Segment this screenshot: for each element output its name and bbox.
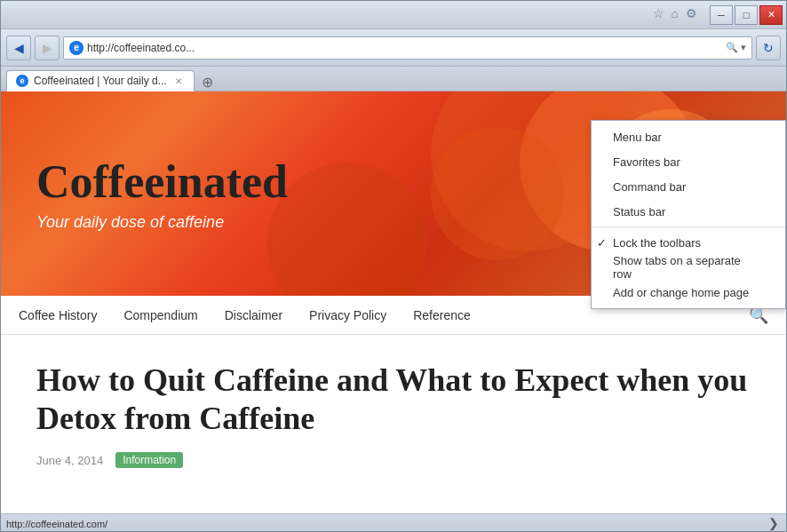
forward-button[interactable]: ▶ bbox=[35, 36, 60, 60]
tab-favicon: e bbox=[16, 75, 28, 87]
tab-close-button[interactable]: ✕ bbox=[172, 75, 185, 87]
menu-item-label: Show tabs on a separate row bbox=[613, 254, 759, 281]
maximize-button[interactable]: □ bbox=[735, 5, 758, 25]
address-search-icon[interactable]: 🔍 ▾ bbox=[726, 42, 746, 53]
browser-icons: ☆ ⌂ ⚙ bbox=[653, 6, 697, 20]
nav-item-reference[interactable]: Reference bbox=[413, 308, 471, 322]
active-tab[interactable]: e Coffeeinated | Your daily d... ✕ bbox=[6, 70, 195, 91]
nav-item-disclaimer[interactable]: Disclaimer bbox=[225, 308, 282, 322]
menu-item-label: Status bar bbox=[613, 205, 665, 218]
menu-item-menu-bar[interactable]: Menu bar bbox=[592, 124, 785, 149]
menu-item-label: Favorites bar bbox=[613, 155, 680, 169]
forward-icon: ▶ bbox=[43, 41, 52, 55]
minimize-button[interactable]: ─ bbox=[710, 5, 733, 25]
home-icon[interactable]: ⌂ bbox=[672, 6, 679, 20]
menu-item-show-tabs[interactable]: Show tabs on a separate row bbox=[592, 255, 785, 280]
window-controls: ─ □ ✕ bbox=[710, 5, 783, 25]
favorites-star-icon[interactable]: ☆ bbox=[653, 6, 664, 20]
menu-item-favorites-bar[interactable]: Favorites bar bbox=[592, 149, 785, 174]
status-bar: http://coffeeinated.com/ ❯ bbox=[1, 513, 786, 532]
context-menu: Menu bar Favorites bar Command bar Statu… bbox=[591, 120, 786, 309]
tab-label: Coffeeinated | Your daily d... bbox=[34, 75, 167, 87]
browser-ie-icon: e bbox=[69, 41, 83, 55]
title-bar: ☆ ⌂ ⚙ ─ □ ✕ bbox=[1, 1, 786, 29]
close-button[interactable]: ✕ bbox=[759, 5, 783, 25]
nav-item-privacy-policy[interactable]: Privacy Policy bbox=[309, 308, 386, 322]
scroll-down-icon[interactable]: ❯ bbox=[768, 513, 779, 532]
nav-item-coffee-history[interactable]: Coffee History bbox=[19, 308, 97, 322]
nav-item-compendium[interactable]: Compendium bbox=[123, 308, 197, 322]
menu-item-label: Lock the toolbars bbox=[613, 236, 701, 250]
menu-item-command-bar[interactable]: Command bar bbox=[592, 174, 785, 199]
article-title: How to Quit Caffeine and What to Expect … bbox=[36, 361, 751, 438]
article-category: Information bbox=[115, 452, 183, 468]
menu-item-label: Add or change home page bbox=[613, 286, 749, 299]
menu-item-add-home-page[interactable]: Add or change home page bbox=[592, 280, 785, 305]
menu-item-label: Menu bar bbox=[613, 131, 662, 144]
menu-item-lock-toolbars[interactable]: ✓ Lock the toolbars bbox=[592, 230, 785, 255]
article-meta: June 4, 2014 Information bbox=[36, 452, 751, 468]
article-body: How to Quit Caffeine and What to Expect … bbox=[1, 335, 786, 495]
new-tab-button[interactable]: ⊕ bbox=[198, 73, 218, 91]
menu-separator bbox=[592, 226, 785, 227]
menu-item-label: Command bar bbox=[613, 180, 686, 194]
navigation-bar: ◀ ▶ e http://coffeeinated.co... 🔍 ▾ ↻ bbox=[1, 29, 786, 67]
browser-content: Coffeeinated Your daily dose of caffeine… bbox=[1, 91, 786, 532]
tab-bar: e Coffeeinated | Your daily d... ✕ ⊕ bbox=[1, 67, 786, 91]
back-button[interactable]: ◀ bbox=[6, 36, 31, 60]
menu-item-status-bar[interactable]: Status bar bbox=[592, 199, 785, 224]
browser-window: ☆ ⌂ ⚙ ─ □ ✕ ◀ ▶ e http://coffeeinated.co… bbox=[0, 0, 787, 532]
settings-icon[interactable]: ⚙ bbox=[686, 6, 697, 20]
refresh-button[interactable]: ↻ bbox=[756, 36, 781, 60]
address-text: http://coffeeinated.co... bbox=[87, 42, 722, 54]
article-date: June 4, 2014 bbox=[36, 454, 103, 467]
check-mark: ✓ bbox=[597, 236, 607, 250]
status-url: http://coffeeinated.com/ bbox=[6, 519, 107, 529]
refresh-icon: ↻ bbox=[763, 41, 774, 55]
address-bar[interactable]: e http://coffeeinated.co... 🔍 ▾ bbox=[63, 36, 752, 60]
back-icon: ◀ bbox=[14, 41, 24, 55]
